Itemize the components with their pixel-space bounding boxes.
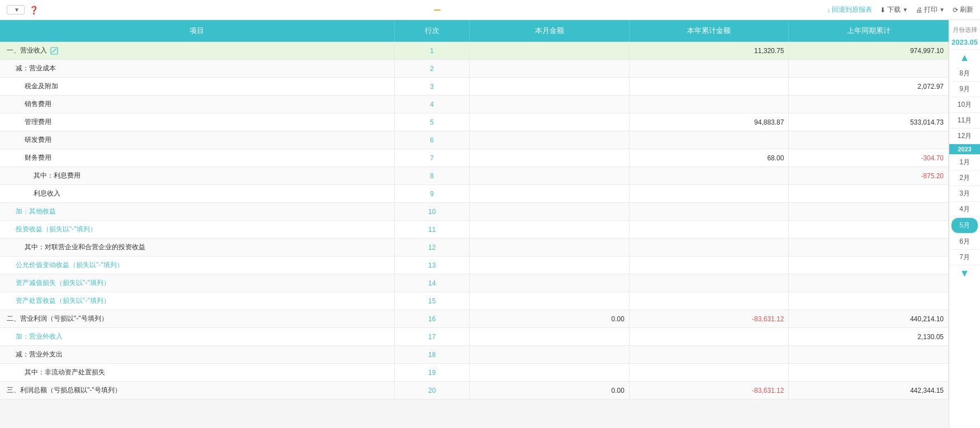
cell-month-amount [470,203,629,221]
cell-row-number: 6 [394,131,469,149]
cell-name[interactable]: 公允价值变动收益（损失以"-"填列） [0,256,394,274]
table-row: 减：营业外支出18 [0,346,949,364]
table-container: 项目 行次 本月金额 本年累计金额 上年同期累计 一、营业收入111,320.7… [0,20,949,400]
table-row: 税金及附加32,072.97 [0,78,949,96]
cell-ytd-amount [629,60,789,78]
table-row: 三、利润总额（亏损总额以"-"号填列）200.00-83,631.12442,3… [0,382,949,400]
cell-month-amount [470,292,629,310]
download-arrow-icon: ▼ [902,7,908,13]
table-row: 一、营业收入111,320.75974,997.10 [0,42,949,60]
print-button[interactable]: 🖨 打印 ▼ [916,5,945,15]
cell-prior-amount [789,239,949,256]
dropdown-arrow-icon: ▼ [14,7,20,13]
cell-prior-amount [789,292,949,310]
cell-row-number: 1 [394,42,469,60]
cell-name[interactable]: 资产处置收益（损失以"-"填列） [0,292,394,310]
cell-ytd-amount [629,167,789,185]
cell-ytd-amount [629,346,789,364]
month-9[interactable]: 9月 [949,82,980,97]
cell-name: 财务费用 [0,149,394,167]
cell-prior-amount: 442,344.15 [789,382,949,400]
table-row: 二、营业利润（亏损以"-"号填列）160.00-83,631.12440,214… [0,310,949,328]
month-7[interactable]: 7月 [949,250,980,265]
cell-prior-amount: -304.70 [789,149,949,167]
cell-ytd-amount [629,185,789,203]
year-2023-label: 2023 [949,144,980,155]
table-row: 管理费用594,883.87533,014.73 [0,113,949,131]
cell-ytd-amount [629,131,789,149]
status-badge [434,9,441,11]
month-5-current[interactable]: 5月 [951,218,978,234]
download-button[interactable]: ⬇ 下载 ▼ [880,5,908,15]
category-dropdown[interactable]: ▼ [7,5,25,15]
table-row: 投资收益（损失以"-"填列）11 [0,221,949,239]
right-sidebar: 月份选择 2023.05 ▲ 8月 9月 10月 11月 12月 2023 1月… [949,20,980,428]
month-3[interactable]: 3月 [949,186,980,202]
col-header-row: 行次 [394,20,469,42]
cell-row-number: 19 [394,364,469,382]
month-12[interactable]: 12月 [949,129,980,144]
month-2[interactable]: 2月 [949,170,980,186]
edit-icon[interactable] [50,47,58,55]
svg-line-1 [52,49,56,53]
cell-month-amount: 0.00 [470,310,629,328]
month-1[interactable]: 1月 [949,155,980,170]
cell-prior-amount: 974,997.10 [789,42,949,60]
cell-month-amount [470,328,629,346]
cell-name: 减：营业成本 [0,60,394,78]
cell-name: 利息收入 [0,185,394,203]
month-11[interactable]: 11月 [949,113,980,129]
sidebar-down-arrow[interactable]: ▼ [958,265,972,282]
cell-row-number: 9 [394,185,469,203]
cell-ytd-amount: 68.00 [629,149,789,167]
income-statement-table: 项目 行次 本月金额 本年累计金额 上年同期累计 一、营业收入111,320.7… [0,20,949,400]
month-8[interactable]: 8月 [949,66,980,82]
cell-row-number: 18 [394,346,469,364]
top-bar-left: ▼ ❓ [7,5,39,15]
cell-name: 一、营业收入 [0,42,394,60]
cell-ytd-amount [629,328,789,346]
table-row: 其中：利息费用8-875.20 [0,167,949,185]
print-icon: 🖨 [916,6,922,14]
cell-name[interactable]: 投资收益（损失以"-"填列） [0,221,394,239]
cell-prior-amount [789,131,949,149]
cell-row-number: 3 [394,78,469,96]
col-header-prior: 上年同期累计 [789,20,949,42]
cell-month-amount [470,42,629,60]
cell-name: 管理费用 [0,113,394,131]
top-bar-center [425,9,441,11]
cell-prior-amount [789,96,949,113]
month-6[interactable]: 6月 [949,234,980,250]
cell-name: 其中：非流动资产处置损失 [0,364,394,382]
table-row: 其中：非流动资产处置损失19 [0,364,949,382]
cell-prior-amount [789,364,949,382]
cell-month-amount [470,346,629,364]
cell-name[interactable]: 加：其他收益 [0,203,394,221]
cell-month-amount [470,274,629,292]
cell-name[interactable]: 加：营业外收入 [0,328,394,346]
table-row: 研发费用6 [0,131,949,149]
cell-ytd-amount: 94,883.87 [629,113,789,131]
cell-ytd-amount: -83,631.12 [629,310,789,328]
cell-prior-amount [789,346,949,364]
table-row: 减：营业成本2 [0,60,949,78]
refresh-button[interactable]: ⟳ 刷新 [953,5,973,15]
table-row: 其中：对联营企业和合营企业的投资收益12 [0,239,949,256]
cell-prior-amount [789,274,949,292]
month-4[interactable]: 4月 [949,202,980,217]
cell-ytd-amount [629,292,789,310]
cell-row-number: 7 [394,149,469,167]
back-button[interactable]: ↓ 回退到原报表 [827,5,872,15]
month-10[interactable]: 10月 [949,97,980,113]
cell-name[interactable]: 资产减值损失（损失以"-"填列） [0,274,394,292]
table-row: 加：其他收益10 [0,203,949,221]
cell-month-amount [470,221,629,239]
cell-row-number: 11 [394,221,469,239]
back-icon: ↓ [827,6,830,14]
cell-ytd-amount [629,256,789,274]
cell-name: 其中：对联营企业和合营企业的投资收益 [0,239,394,256]
help-icon[interactable]: ❓ [29,6,39,15]
cell-ytd-amount [629,78,789,96]
sidebar-up-arrow[interactable]: ▲ [958,50,972,66]
cell-month-amount [470,256,629,274]
